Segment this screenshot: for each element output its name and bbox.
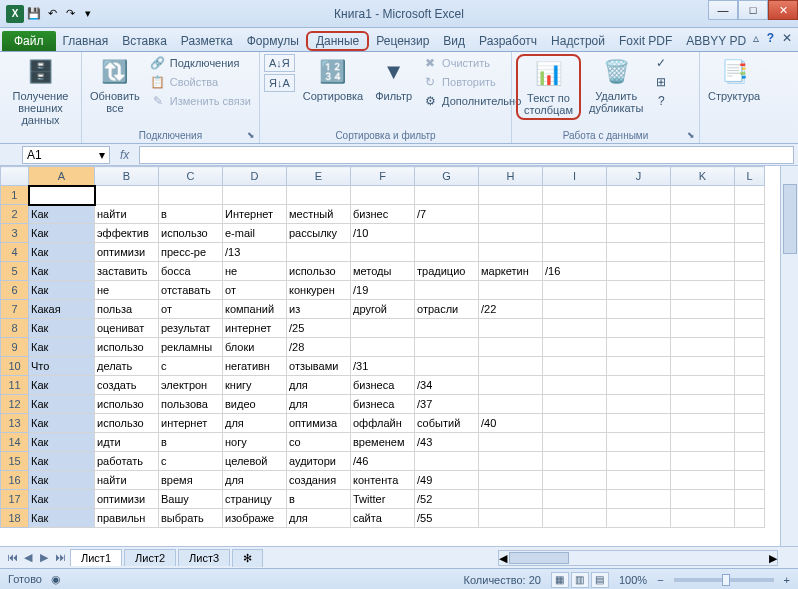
cell-J15[interactable] <box>607 452 671 471</box>
cell-F2[interactable]: бизнес <box>351 205 415 224</box>
cell-B1[interactable] <box>95 186 159 205</box>
cell-G1[interactable] <box>415 186 479 205</box>
cell-J17[interactable] <box>607 490 671 509</box>
cell-D8[interactable]: интернет <box>223 319 287 338</box>
cell-B7[interactable]: польза <box>95 300 159 319</box>
cell-G5[interactable]: традицио <box>415 262 479 281</box>
cell-K6[interactable] <box>671 281 735 300</box>
sheet-tab-3[interactable]: Лист3 <box>178 549 230 566</box>
cell-K11[interactable] <box>671 376 735 395</box>
cell-G13[interactable]: событий <box>415 414 479 433</box>
sheet-tab-2[interactable]: Лист2 <box>124 549 176 566</box>
cell-H8[interactable] <box>479 319 543 338</box>
cell-B10[interactable]: делать <box>95 357 159 376</box>
cell-F16[interactable]: контента <box>351 471 415 490</box>
cell-H4[interactable] <box>479 243 543 262</box>
cell-G2[interactable]: /7 <box>415 205 479 224</box>
cell-B17[interactable]: оптимизи <box>95 490 159 509</box>
cell-I5[interactable]: /16 <box>543 262 607 281</box>
cell-E3[interactable]: рассылку <box>287 224 351 243</box>
cell-G8[interactable] <box>415 319 479 338</box>
cell-K1[interactable] <box>671 186 735 205</box>
cell-G15[interactable] <box>415 452 479 471</box>
zoom-in-button[interactable]: + <box>784 574 790 586</box>
cell-A2[interactable]: Как <box>29 205 95 224</box>
remove-duplicates-button[interactable]: 🗑️ Удалить дубликаты <box>585 54 647 116</box>
cell-B6[interactable]: не <box>95 281 159 300</box>
zoom-level[interactable]: 100% <box>619 574 647 586</box>
cell-H5[interactable]: маркетин <box>479 262 543 281</box>
cell-E4[interactable] <box>287 243 351 262</box>
cell-L11[interactable] <box>735 376 765 395</box>
cell-F4[interactable] <box>351 243 415 262</box>
cell-L10[interactable] <box>735 357 765 376</box>
cell-G16[interactable]: /49 <box>415 471 479 490</box>
text-to-columns-button[interactable]: 📊 Текст по столбцам <box>520 56 577 118</box>
cell-J16[interactable] <box>607 471 671 490</box>
tab-foxit[interactable]: Foxit PDF <box>612 31 679 51</box>
cell-F7[interactable]: другой <box>351 300 415 319</box>
cell-G3[interactable] <box>415 224 479 243</box>
cell-C11[interactable]: электрон <box>159 376 223 395</box>
cell-I6[interactable] <box>543 281 607 300</box>
properties-button[interactable]: 📋Свойства <box>148 73 253 91</box>
redo-icon[interactable]: ↷ <box>62 6 78 22</box>
tab-view[interactable]: Вид <box>436 31 472 51</box>
cell-L12[interactable] <box>735 395 765 414</box>
cell-J3[interactable] <box>607 224 671 243</box>
cell-G9[interactable] <box>415 338 479 357</box>
cell-C9[interactable]: рекламны <box>159 338 223 357</box>
cell-E7[interactable]: из <box>287 300 351 319</box>
view-pagebreak-button[interactable]: ▤ <box>591 572 609 588</box>
cell-K15[interactable] <box>671 452 735 471</box>
column-header-J[interactable]: J <box>607 167 671 186</box>
sheet-nav-next-icon[interactable]: ▶ <box>36 551 52 564</box>
view-normal-button[interactable]: ▦ <box>551 572 569 588</box>
tab-formulas[interactable]: Формулы <box>240 31 306 51</box>
cell-A7[interactable]: Какая <box>29 300 95 319</box>
maximize-button[interactable]: □ <box>738 0 768 20</box>
cell-H11[interactable] <box>479 376 543 395</box>
cell-E1[interactable] <box>287 186 351 205</box>
cell-B2[interactable]: найти <box>95 205 159 224</box>
cell-E11[interactable]: для <box>287 376 351 395</box>
cell-I8[interactable] <box>543 319 607 338</box>
workbook-close-icon[interactable]: ✕ <box>782 31 792 45</box>
column-header-E[interactable]: E <box>287 167 351 186</box>
cell-D16[interactable]: для <box>223 471 287 490</box>
cell-I9[interactable] <box>543 338 607 357</box>
cell-K4[interactable] <box>671 243 735 262</box>
cell-A9[interactable]: Как <box>29 338 95 357</box>
row-header-1[interactable]: 1 <box>1 186 29 205</box>
cell-E14[interactable]: со <box>287 433 351 452</box>
cell-F17[interactable]: Twitter <box>351 490 415 509</box>
cell-J1[interactable] <box>607 186 671 205</box>
cell-K7[interactable] <box>671 300 735 319</box>
cell-I2[interactable] <box>543 205 607 224</box>
row-header-4[interactable]: 4 <box>1 243 29 262</box>
column-header-I[interactable]: I <box>543 167 607 186</box>
cell-A4[interactable]: Как <box>29 243 95 262</box>
column-header-F[interactable]: F <box>351 167 415 186</box>
cell-H1[interactable] <box>479 186 543 205</box>
cell-F9[interactable] <box>351 338 415 357</box>
cell-D15[interactable]: целевой <box>223 452 287 471</box>
cell-D17[interactable]: страницу <box>223 490 287 509</box>
formula-input[interactable] <box>139 146 794 164</box>
cell-A17[interactable]: Как <box>29 490 95 509</box>
cell-D7[interactable]: компаний <box>223 300 287 319</box>
whatif-button[interactable]: ? <box>651 92 671 110</box>
cell-D2[interactable]: Интернет <box>223 205 287 224</box>
sheet-tab-1[interactable]: Лист1 <box>70 549 122 566</box>
sheet-nav-last-icon[interactable]: ⏭ <box>52 551 68 564</box>
cell-K10[interactable] <box>671 357 735 376</box>
cell-C12[interactable]: пользова <box>159 395 223 414</box>
cell-F13[interactable]: оффлайн <box>351 414 415 433</box>
name-box[interactable]: A1▾ <box>22 146 110 164</box>
scroll-right-icon[interactable]: ▶ <box>769 552 777 565</box>
row-header-15[interactable]: 15 <box>1 452 29 471</box>
fx-icon[interactable]: fx <box>110 148 139 162</box>
column-header-B[interactable]: B <box>95 167 159 186</box>
cell-G11[interactable]: /34 <box>415 376 479 395</box>
cell-F1[interactable] <box>351 186 415 205</box>
